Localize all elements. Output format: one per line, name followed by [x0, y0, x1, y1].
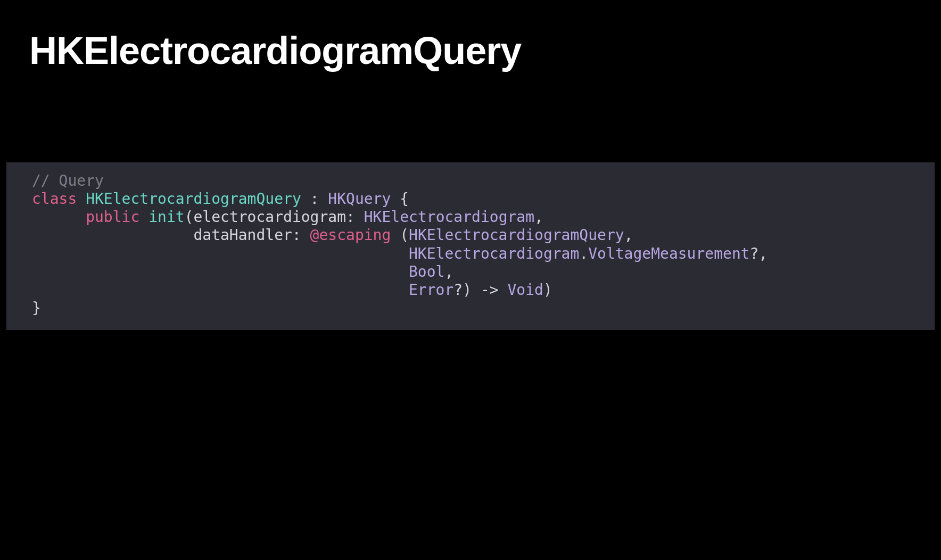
brace-open: {: [391, 190, 409, 208]
indent: [32, 245, 409, 262]
indent: [32, 281, 409, 299]
type-error: Error: [409, 281, 453, 299]
opt1: ?,: [750, 245, 768, 262]
indent: [32, 226, 193, 244]
kw-class: class: [32, 190, 77, 208]
type-void: Void: [507, 281, 543, 299]
sp: [139, 208, 148, 226]
close-paren: ): [543, 281, 552, 299]
comma2: ,: [624, 226, 633, 244]
type-ecg: HKElectrocardiogram: [364, 208, 534, 226]
superclass: HKQuery: [328, 190, 391, 208]
indent: [32, 208, 86, 226]
type-volt-a: HKElectrocardiogram: [409, 245, 579, 262]
sig1: (electrocardiogram:: [185, 208, 364, 226]
type-query: HKElectrocardiogramQuery: [409, 226, 624, 244]
comma1: ,: [534, 208, 543, 226]
brace-close: }: [32, 299, 41, 317]
comma3: ,: [444, 263, 453, 281]
kw-init: init: [148, 208, 184, 226]
code-block: // Query class HKElectrocardiogramQuery …: [6, 162, 935, 330]
code-comment: // Query: [32, 172, 104, 190]
label-datahandler: dataHandler:: [193, 226, 310, 244]
opt2: ?) ->: [453, 281, 507, 299]
type-volt-b: VoltageMeasurement: [588, 245, 749, 262]
kw-public: public: [86, 208, 139, 226]
colon: :: [301, 190, 328, 208]
type-bool: Bool: [409, 263, 444, 281]
sig2: (: [391, 226, 409, 244]
slide-title: HKElectrocardiogramQuery: [29, 29, 521, 72]
indent: [32, 263, 409, 281]
kw-escaping: @escaping: [310, 226, 391, 244]
class-name: HKElectrocardiogramQuery: [86, 190, 301, 208]
slide-root: HKElectrocardiogramQuery // Query class …: [0, 0, 941, 560]
dot: .: [579, 245, 588, 262]
